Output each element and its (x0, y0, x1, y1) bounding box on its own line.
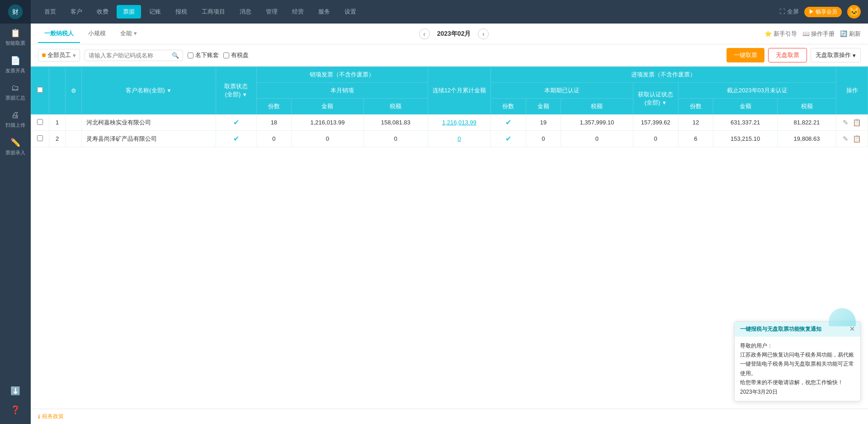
app-logo: 财 (0, 0, 31, 24)
sidebar-item-download[interactable]: ⬇️ (0, 381, 31, 400)
ops-dropdown-icon: ▾ (853, 52, 856, 59)
new-guide-btn[interactable]: ⭐ 新手引导 (764, 30, 797, 38)
th-recog-amount: 金额 (526, 99, 561, 114)
nav-service[interactable]: 服务 (312, 5, 336, 19)
edit-btn[interactable]: ✎ (843, 135, 849, 143)
xia-checkbox[interactable] (188, 52, 193, 58)
toolbar: 全部员工 ▾ 🔍 名下账套 有税盘 一键取票 无盘取票 无盘取票操作 ▾ (31, 44, 868, 67)
row-actions: ✎ 📋 (836, 114, 868, 131)
user-avatar[interactable]: 🐱 (847, 5, 861, 19)
th-month-recog: 本期期已认证 (491, 83, 633, 99)
nav-business[interactable]: 工商项目 (195, 5, 231, 19)
sidebar-item-label: 扫描上传 (5, 122, 25, 129)
customer-filter-icon[interactable]: ▼ (167, 88, 172, 93)
nav-accounting[interactable]: 记账 (143, 5, 167, 19)
tax-policy-link[interactable]: ℹ 税务政策 (38, 413, 64, 420)
next-month-btn[interactable]: › (478, 29, 489, 39)
row-unrecog-qty: 6 (678, 131, 713, 147)
row-gear (66, 114, 82, 131)
status-filter-icon[interactable]: ▼ (242, 92, 247, 97)
status-check-icon: ✔ (233, 119, 239, 126)
row-checkbox[interactable] (37, 135, 43, 141)
sidebar-item-label: 发票开具 (5, 67, 25, 74)
nav-operation[interactable]: 经营 (286, 5, 310, 19)
row-checkbox-cell[interactable] (31, 114, 49, 131)
sidebar-item-invoice-issue[interactable]: 📄 发票开具 (0, 51, 31, 79)
select-all-checkbox[interactable] (37, 87, 43, 93)
row-sales-amount: 1,216,013.99 (292, 114, 364, 131)
row-recog-amount: 1,357,999.10 (561, 114, 633, 131)
refresh-btn[interactable]: 🔄 刷新 (840, 30, 861, 38)
nav-manage[interactable]: 管理 (259, 5, 284, 19)
th-recog-qty: 份数 (491, 99, 526, 114)
manual-btn[interactable]: 📖 操作手册 (802, 30, 835, 38)
nav-settings[interactable]: 设置 (338, 5, 363, 19)
edit-btn[interactable]: ✎ (843, 119, 849, 126)
date-navigation: ‹ 2023年02月 › (419, 29, 489, 39)
th-recog-status: 获取认证状态(全部) ▼ (633, 83, 678, 114)
th-gear: ⚙ (66, 67, 82, 114)
one-click-btn[interactable]: 一键取票 (726, 48, 764, 62)
top-nav: 首页 客户 收费 票据 记账 报税 工商项目 消息 管理 经营 服务 设置 ⛶ … (31, 0, 868, 24)
tax-disk-label: 有税盘 (231, 51, 249, 59)
notification-close-btn[interactable]: ✕ (849, 325, 855, 333)
employee-select[interactable]: 全部员工 ▾ (38, 49, 80, 62)
vip-btn[interactable]: ▶ 畅享会员 (804, 7, 842, 17)
manual-icon: 📖 (802, 30, 810, 37)
sidebar-item-smart-ticket[interactable]: 📋 智能取票 (0, 24, 31, 51)
notification-panel: 一键报税与无盘取票功能恢复通知 ✕ 尊敬的用户：江苏政务网已恢复访问电子税务局功… (734, 321, 861, 401)
new-guide-icon: ⭐ (764, 30, 772, 37)
nav-customer[interactable]: 客户 (64, 5, 89, 19)
sidebar-item-scan-upload[interactable]: 🖨 扫描上传 (0, 106, 31, 133)
th-unrecog: 截止2023年03月未认证 (678, 83, 836, 99)
sidebar-item-ticket-entry[interactable]: ✏️ 票据录入 (0, 133, 31, 161)
current-date: 2023年02月 (434, 30, 475, 38)
tab-general-taxpayer[interactable]: 一般纳税人 (38, 25, 80, 43)
nav-message[interactable]: 消息 (233, 5, 258, 19)
fullscreen-btn[interactable]: ⛶ 全屏 (779, 8, 799, 16)
th-sales-tax: 税额 (363, 99, 428, 114)
nav-home[interactable]: 首页 (38, 5, 62, 19)
row-sales-tax: 0 (363, 131, 428, 147)
no-disk-btn[interactable]: 无盘取票 (768, 48, 807, 62)
sidebar-item-help[interactable]: ❓ (0, 400, 31, 419)
nav-invoice[interactable]: 票据 (117, 5, 141, 19)
recog-check-icon: ✔ (505, 119, 511, 126)
download-icon: ⬇️ (10, 386, 20, 396)
row-status: ✔ (216, 131, 256, 147)
sidebar-item-label: 票据汇总 (5, 95, 25, 101)
th-ops: 操作 (836, 67, 868, 114)
xia-checkbox-wrap[interactable]: 名下账套 (188, 51, 219, 59)
sidebar-item-ticket-summary[interactable]: 🗂 票据汇总 (0, 79, 31, 106)
sidebar: 财 📋 智能取票 📄 发票开具 🗂 票据汇总 🖨 扫描上传 ✏️ 票据录入 ⬇️… (0, 0, 31, 424)
nav-right: ⛶ 全屏 ▶ 畅享会员 🐱 (779, 5, 861, 19)
tax-disk-checkbox[interactable] (223, 52, 229, 58)
tax-policy-label: 税务政策 (42, 413, 64, 420)
smart-ticket-icon: 📋 (10, 28, 20, 38)
tab-all[interactable]: 全能 ▾ (114, 25, 143, 43)
search-icon[interactable]: 🔍 (172, 52, 179, 59)
row-checkbox[interactable] (37, 119, 43, 125)
th-unrecog-tax: 税额 (778, 99, 836, 114)
detail-btn[interactable]: 📋 (853, 119, 861, 126)
no-disk-ops-btn[interactable]: 无盘取票操作 ▾ (811, 48, 861, 62)
row-checkbox-cell[interactable] (31, 131, 49, 147)
row-recog-amount: 0 (561, 131, 633, 147)
status-check-icon: ✔ (233, 135, 239, 143)
cumulative-link[interactable]: 0 (458, 135, 461, 142)
recog-filter-icon[interactable]: ▼ (662, 100, 667, 105)
search-input[interactable] (89, 52, 170, 59)
detail-btn[interactable]: 📋 (853, 135, 861, 143)
nav-tax[interactable]: 报税 (169, 5, 193, 19)
sidebar-bottom: ⬇️ ❓ (0, 381, 31, 424)
th-sales-qty: 份数 (256, 99, 291, 114)
row-index: 1 (49, 114, 66, 131)
tab-small-scale[interactable]: 小规模 (82, 25, 112, 43)
tax-disk-checkbox-wrap[interactable]: 有税盘 (223, 51, 249, 59)
invoice-issue-icon: 📄 (10, 56, 20, 66)
nav-fee[interactable]: 收费 (90, 5, 115, 19)
all-tab-dropdown-icon[interactable]: ▾ (134, 30, 137, 37)
th-index (49, 67, 66, 114)
cumulative-link[interactable]: 1,216,013.99 (442, 119, 476, 126)
prev-month-btn[interactable]: ‹ (419, 29, 430, 39)
